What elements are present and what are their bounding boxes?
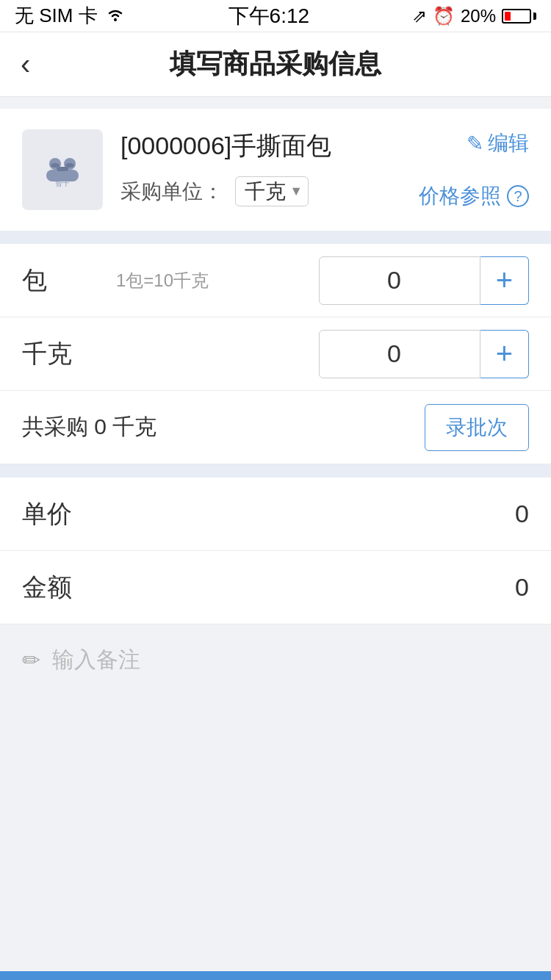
pack-label: 包 [22,264,110,298]
edit-button[interactable]: ✎ 编辑 [467,129,529,157]
status-left: 无 SIM 卡 [15,3,126,29]
status-bar: 无 SIM 卡 下午6:12 ⇗ ⏰ 20% [0,0,551,32]
kg-plus-button[interactable]: + [480,330,529,378]
quantity-section: 包 1包=10千克 + 千克 + 共采购 0 千克 录批次 [0,244,551,464]
divider-1 [0,231,551,244]
confirm-button[interactable]: 确定 [0,971,551,980]
kg-label: 千克 [22,337,110,371]
total-text: 共采购 0 千克 [22,412,156,442]
remark-section[interactable]: ✏ 输入备注 [0,624,551,696]
unit-price-label: 单价 [22,497,72,531]
remark-placeholder: 输入备注 [52,645,140,675]
svg-rect-6 [57,167,68,171]
total-row: 共采购 0 千克 录批次 [0,391,551,464]
kg-input-right: + [319,330,529,378]
battery-percent: 20% [461,6,496,26]
price-section: 单价 0 金额 0 [0,478,551,624]
pack-input-row: 包 1包=10千克 + [0,244,551,317]
content-spacer [0,696,551,971]
wifi-icon [105,4,126,27]
location-icon: ⇗ [412,6,427,26]
unit-price-row: 单价 0 [0,478,551,551]
amount-label: 金额 [22,571,72,605]
status-time: 下午6:12 [228,2,310,30]
amount-row: 金额 0 [0,551,551,624]
price-ref-button[interactable]: 价格参照 ? [419,182,529,210]
unit-price-value: 0 [515,500,529,528]
svg-point-0 [114,18,117,21]
kg-input-row: 千克 + [0,317,551,391]
status-right: ⇗ ⏰ 20% [412,6,536,26]
pack-sublabel: 1包=10千克 [116,269,209,292]
pencil-icon: ✏ [22,647,40,673]
edit-icon: ✎ [467,131,483,156]
product-card: 智十 [0000006]手撕面包 采购单位： 千克 包 ✎ 编辑 价格参照 ? [0,109,551,231]
sim-status: 无 SIM 卡 [15,3,98,29]
nav-bar: ‹ 填写商品采购信息 [0,32,551,97]
amount-value: 0 [515,573,529,602]
pack-plus-button[interactable]: + [480,256,529,305]
record-batch-button[interactable]: 录批次 [425,404,529,451]
svg-point-3 [51,163,60,167]
divider-2 [0,464,551,478]
pack-input-right: + [319,256,529,305]
pack-number-input[interactable] [319,256,480,305]
help-icon: ? [507,185,529,207]
kg-number-input[interactable] [319,330,480,378]
svg-point-4 [65,163,74,167]
unit-select-wrap[interactable]: 千克 包 [235,176,309,206]
svg-text:智十: 智十 [55,179,70,187]
product-image: 智十 [22,129,103,210]
unit-label: 采购单位： [120,178,223,206]
alarm-icon: ⏰ [433,6,455,26]
battery-icon [502,9,536,24]
page-title: 填写商品采购信息 [170,46,381,82]
back-button[interactable]: ‹ [21,48,30,81]
unit-select[interactable]: 千克 包 [235,176,309,206]
